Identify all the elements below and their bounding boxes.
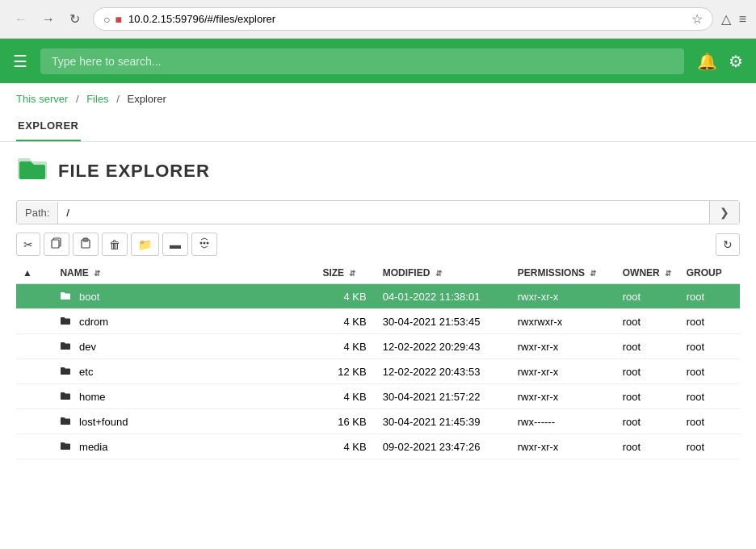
file-name: boot: [79, 291, 99, 303]
svg-point-6: [207, 242, 209, 245]
folder-icon-large: [16, 155, 48, 187]
toolbar-left: ✂ 🗑 📁 ▬: [16, 233, 217, 256]
svg-point-5: [204, 242, 206, 245]
col-header-name[interactable]: NAME ⇵: [53, 262, 316, 284]
reload-button[interactable]: ↻: [65, 10, 85, 28]
row-up-col: [16, 434, 53, 459]
row-name: etc: [53, 359, 316, 384]
row-name: boot: [53, 284, 316, 309]
address-bar-container: ○ ■ ☆: [93, 7, 713, 31]
shield-check-icon[interactable]: △: [721, 11, 731, 27]
table-row[interactable]: boot 4 KB 04-01-2022 11:38:01 rwxr-xr-x …: [16, 284, 740, 309]
folder-icon: [60, 290, 71, 303]
new-folder-button[interactable]: 📁: [131, 233, 159, 256]
row-modified: 30-04-2021 21:45:39: [376, 409, 511, 434]
file-name: media: [79, 441, 107, 453]
row-owner: root: [616, 284, 680, 309]
tab-explorer[interactable]: EXPLORER: [16, 111, 81, 141]
menu-icon[interactable]: ≡: [739, 12, 746, 27]
breadcrumb-this-server[interactable]: This server: [16, 93, 68, 105]
breadcrumb-files[interactable]: Files: [86, 93, 108, 105]
file-name: home: [79, 391, 106, 403]
page-title: FILE EXPLORER: [58, 161, 210, 182]
row-name: media: [53, 434, 316, 459]
paste-button[interactable]: [73, 233, 99, 256]
bookmark-star-icon[interactable]: ☆: [691, 11, 703, 27]
file-name: lost+found: [79, 416, 128, 428]
owner-sort-icon: ⇵: [665, 269, 671, 278]
folder-icon: [60, 415, 71, 428]
row-modified: 04-01-2022 11:38:01: [376, 284, 511, 309]
table-row[interactable]: dev 4 KB 12-02-2022 20:29:43 rwxr-xr-x r…: [16, 334, 740, 359]
row-modified: 12-02-2022 20:43:53: [376, 359, 511, 384]
path-input[interactable]: [58, 202, 709, 224]
cut-button[interactable]: ✂: [16, 233, 40, 256]
breadcrumb-explorer: Explorer: [128, 93, 166, 105]
table-row[interactable]: home 4 KB 30-04-2021 21:57:22 rwxr-xr-x …: [16, 384, 740, 409]
table-row[interactable]: cdrom 4 KB 30-04-2021 21:53:45 rwxrwxr-x…: [16, 309, 740, 334]
page-title-row: FILE EXPLORER: [16, 155, 740, 187]
row-permissions: rwxr-xr-x: [511, 359, 616, 384]
col-header-up[interactable]: ▲: [16, 262, 53, 284]
bell-icon[interactable]: 🔔: [697, 52, 717, 71]
file-name: dev: [79, 341, 96, 353]
col-header-group[interactable]: GROUP: [680, 262, 740, 284]
file-name: cdrom: [79, 316, 108, 328]
permissions-sort-icon: ⇵: [590, 269, 596, 278]
path-go-button[interactable]: ❯: [709, 201, 739, 224]
refresh-button[interactable]: ↻: [716, 233, 740, 256]
row-group: root: [680, 359, 740, 384]
col-header-permissions[interactable]: PERMISSIONS ⇵: [511, 262, 616, 284]
tabs-bar: EXPLORER: [0, 111, 756, 142]
col-header-modified[interactable]: MODIFIED ⇵: [376, 262, 511, 284]
shield-icon: ○: [103, 13, 110, 26]
row-group: root: [680, 434, 740, 459]
hamburger-icon[interactable]: ☰: [13, 52, 27, 71]
row-modified: 30-04-2021 21:57:22: [376, 384, 511, 409]
row-up-col: [16, 334, 53, 359]
modified-sort-icon: ⇵: [435, 269, 442, 278]
delete-button[interactable]: 🗑: [102, 233, 128, 256]
rename-button[interactable]: ▬: [162, 233, 188, 256]
file-table: ▲ NAME ⇵ SIZE ⇵ MODIFIED ⇵ PERMISSIONS ⇵: [16, 262, 740, 459]
forward-button[interactable]: →: [37, 10, 60, 28]
table-row[interactable]: etc 12 KB 12-02-2022 20:43:53 rwxr-xr-x …: [16, 359, 740, 384]
copy-button[interactable]: [44, 233, 69, 256]
row-permissions: rwxr-xr-x: [511, 334, 616, 359]
sort-up-icon: ▲: [23, 267, 32, 279]
settings-gear-icon[interactable]: ⚙: [729, 52, 743, 71]
address-bar-icons: ○ ■: [103, 13, 122, 26]
row-up-col: [16, 359, 53, 384]
duck-icon: ■: [115, 13, 121, 26]
svg-point-4: [200, 242, 203, 245]
col-header-size[interactable]: SIZE ⇵: [316, 262, 376, 284]
app-header: ☰ 🔔 ⚙: [0, 39, 756, 83]
row-size: 4 KB: [316, 334, 376, 359]
row-owner: root: [616, 359, 680, 384]
file-table-header: ▲ NAME ⇵ SIZE ⇵ MODIFIED ⇵ PERMISSIONS ⇵: [16, 262, 740, 284]
more-options-button[interactable]: [191, 233, 217, 256]
breadcrumb-sep-1: /: [76, 93, 79, 105]
file-table-body: boot 4 KB 04-01-2022 11:38:01 rwxr-xr-x …: [16, 284, 740, 459]
row-owner: root: [616, 384, 680, 409]
main-content: FILE EXPLORER Path: ❯ ✂ 🗑 📁: [0, 142, 756, 549]
back-button[interactable]: ←: [10, 10, 32, 28]
address-input[interactable]: [128, 13, 685, 25]
col-header-owner[interactable]: OWNER ⇵: [616, 262, 680, 284]
path-bar: Path: ❯: [16, 200, 740, 224]
breadcrumb-sep-2: /: [116, 93, 120, 105]
row-group: root: [680, 309, 740, 334]
row-up-col: [16, 309, 53, 334]
folder-icon: [60, 440, 71, 453]
browser-nav-buttons: ← → ↻: [10, 10, 85, 28]
row-owner: root: [616, 334, 680, 359]
table-row[interactable]: media 4 KB 09-02-2021 23:47:26 rwxr-xr-x…: [16, 434, 740, 459]
row-name: cdrom: [53, 309, 316, 334]
row-name: dev: [53, 334, 316, 359]
browser-chrome: ← → ↻ ○ ■ ☆ △ ≡: [0, 0, 756, 39]
table-row[interactable]: lost+found 16 KB 30-04-2021 21:45:39 rwx…: [16, 409, 740, 434]
toolbar: ✂ 🗑 📁 ▬: [16, 233, 740, 256]
header-search-input[interactable]: [40, 48, 684, 74]
row-size: 4 KB: [316, 284, 376, 309]
browser-right-icons: △ ≡: [721, 11, 746, 27]
